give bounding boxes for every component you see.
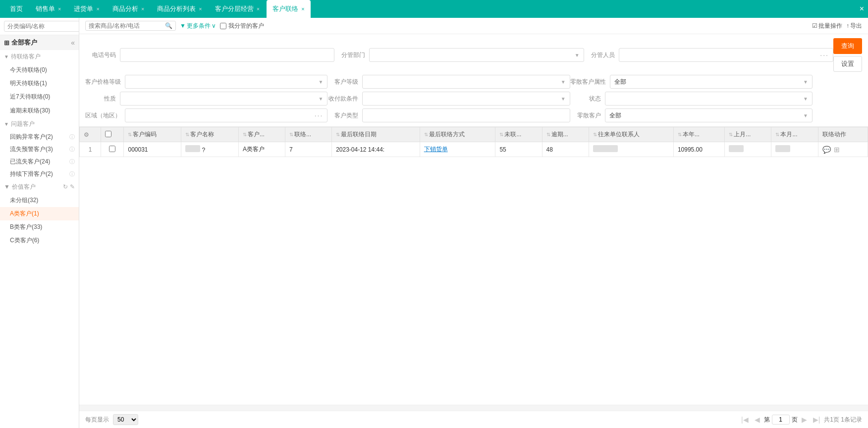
query-button[interactable]: 查询 — [833, 38, 862, 54]
sidebar-all-customers-label[interactable]: ⊞ 全部客户 — [4, 38, 37, 47]
last-page-btn[interactable]: ▶| — [811, 415, 822, 425]
more-filters-btn[interactable]: ▼ 更多条件 ∨ — [180, 22, 216, 30]
nav-tab-sales[interactable]: 销售单 × — [30, 0, 67, 18]
col-code[interactable]: ⇅客户编码 — [124, 127, 181, 142]
prev-page-btn[interactable]: ◀ — [753, 415, 762, 425]
col-name[interactable]: ⇅客户名称 — [181, 127, 239, 142]
col-last-month[interactable]: ⇅上月... — [725, 127, 771, 142]
col-uncontacted[interactable]: ⇅未联... — [495, 127, 542, 142]
sidebar-item-today[interactable]: 今天待联络(0) — [0, 63, 79, 77]
adv-filter-row-2: 客户价格等级 ▼ 客户等级 ▼ 零散客户属性 全部 — [85, 75, 862, 89]
more-action-icon[interactable]: ⊞ — [834, 146, 840, 154]
nav-tab-analysis-list[interactable]: 商品分析列表 × — [151, 0, 208, 18]
filter-payment-select[interactable]: ▼ — [362, 92, 570, 106]
nav-tab-purchase[interactable]: 进货单 × — [68, 0, 105, 18]
filter-price-level-select[interactable]: ▼ — [125, 75, 327, 89]
sidebar-item-7days[interactable]: 近7天待联络(0) — [0, 90, 79, 104]
row-uncontacted: 55 — [495, 142, 542, 157]
sidebar-item-b-class[interactable]: B类客户(33) — [0, 220, 79, 234]
filter-price-level-label: 客户价格等级 — [85, 78, 125, 86]
close-sales-tab[interactable]: × — [58, 6, 61, 12]
col-settings[interactable]: ⚙ — [80, 127, 101, 142]
filter-status-select[interactable]: ▼ — [605, 92, 813, 106]
customer-level-arrow-icon: ▼ — [561, 79, 566, 85]
price-level-arrow-icon: ▼ — [318, 79, 323, 85]
chat-icon[interactable]: 💬 — [822, 146, 831, 154]
row-action: 💬 ⊞ — [818, 142, 868, 157]
filter-scattered-customer-select[interactable]: 全部 ▼ — [605, 108, 813, 122]
sidebar-item-c-class[interactable]: C类客户(6) — [0, 234, 79, 247]
sidebar-item-a-class[interactable]: A类客户(1) — [0, 207, 79, 220]
nav-tab-customer-contact[interactable]: 客户联络 × — [267, 0, 310, 18]
data-table-area: ⚙ ⇅客户编码 ⇅客户名称 ⇅客户... ⇅联络... ⇅最后联络日期 ⇅最后联… — [79, 127, 868, 405]
sidebar-search-input[interactable] — [4, 21, 79, 32]
col-checkbox-header[interactable] — [101, 127, 124, 142]
filter-nature-select[interactable]: ▼ — [120, 92, 327, 106]
first-page-btn[interactable]: |◀ — [739, 415, 751, 425]
filter-search-box: 🔍 — [85, 21, 176, 31]
filter-customer-type: 客户类型 — [327, 108, 570, 122]
nav-tab-analysis[interactable]: 商品分析 × — [107, 0, 150, 18]
region-dots-icon: ··· — [315, 111, 324, 119]
col-this-month[interactable]: ⇅本月... — [771, 127, 818, 142]
row-last-contact-method[interactable]: 下销货单 — [420, 142, 495, 157]
page-size-select[interactable]: 50 100 200 — [113, 414, 138, 425]
col-this-year[interactable]: ⇅本年... — [673, 127, 724, 142]
row-code[interactable]: 000031 — [124, 142, 181, 157]
sidebar-group-problem[interactable]: ▼ 问题客户 — [0, 117, 79, 131]
last-contact-link[interactable]: 下销货单 — [424, 146, 448, 153]
sidebar-item-repurchase-anomaly[interactable]: 回购异常客户(2) ⓘ — [0, 131, 79, 143]
col-last-contact-date[interactable]: ⇅最后联络日期 — [332, 127, 420, 142]
nav-tab-customer-segment[interactable]: 客户分层经营 × — [209, 0, 266, 18]
sidebar-item-churn-warning[interactable]: 流失预警客户(3) ⓘ — [0, 143, 79, 156]
col-last-contact-method[interactable]: ⇅最后联络方式 — [420, 127, 495, 142]
dept-arrow-icon: ▼ — [575, 53, 580, 58]
close-customer-contact-tab[interactable]: × — [301, 6, 304, 12]
filter-phone-label: 电话号码 — [85, 51, 120, 59]
col-contact[interactable]: ⇅联络... — [285, 127, 332, 142]
filter-region-input[interactable]: ··· — [125, 108, 327, 122]
sidebar-item-overdue[interactable]: 逾期未联络(30) — [0, 104, 79, 117]
filter-search-icon[interactable]: 🔍 — [165, 22, 172, 29]
select-all-checkbox[interactable] — [105, 131, 111, 137]
export-btn[interactable]: ↑ 导出 — [846, 22, 862, 30]
filter-dept-select[interactable]: ▼ — [369, 48, 584, 62]
batch-operation-btn[interactable]: ☑ 批量操作 — [812, 22, 842, 30]
horizontal-scrollbar[interactable] — [79, 405, 868, 411]
edit-icon[interactable]: ✎ — [70, 183, 75, 190]
table-settings-icon[interactable]: ⚙ — [84, 131, 89, 138]
setting-button[interactable]: 设置 — [833, 56, 862, 72]
filter-customer-level-select[interactable]: ▼ — [362, 75, 570, 89]
filter-phone-input[interactable] — [120, 48, 334, 62]
col-contact2[interactable]: ⇅往来单位联系人 — [589, 127, 673, 142]
sidebar-item-ungrouped[interactable]: 未分组(32) — [0, 194, 79, 207]
col-type[interactable]: ⇅客户... — [238, 127, 285, 142]
row-checkbox[interactable] — [109, 146, 115, 152]
next-page-btn[interactable]: ▶ — [800, 415, 809, 425]
sidebar-item-churned[interactable]: 已流失客户(24) ⓘ — [0, 156, 79, 168]
col-overdue[interactable]: ⇅逾期... — [542, 127, 589, 142]
global-close-button[interactable]: × — [860, 4, 864, 13]
nav-home[interactable]: 首页 — [4, 0, 29, 18]
filter-scattered-attr-select[interactable]: 全部 ▼ — [610, 75, 813, 89]
page-navigation: |◀ ◀ 第 页 ▶ ▶| 共1页 1条记录 — [739, 415, 862, 425]
page-number-input[interactable] — [772, 415, 790, 425]
close-analysis-tab[interactable]: × — [141, 6, 144, 12]
filter-customer-type-label: 客户类型 — [327, 111, 362, 120]
refresh-icon[interactable]: ↻ — [63, 183, 68, 190]
row-checkbox-cell[interactable] — [101, 142, 124, 157]
sidebar-group-value[interactable]: ▼ 价值客户 ↻ ✎ — [0, 180, 79, 194]
my-customers-checkbox[interactable] — [220, 23, 226, 29]
close-analysis-list-tab[interactable]: × — [199, 6, 202, 12]
filter-customer-type-input[interactable] — [362, 108, 570, 122]
close-purchase-tab[interactable]: × — [96, 6, 99, 12]
sidebar-item-declining[interactable]: 持续下滑客户(2) ⓘ — [0, 168, 79, 180]
close-customer-segment-tab[interactable]: × — [257, 6, 260, 12]
sidebar-item-tomorrow[interactable]: 明天待联络(1) — [0, 77, 79, 90]
filter-manager-input[interactable]: ··· — [619, 48, 833, 62]
filter-search-input[interactable] — [89, 22, 163, 29]
filter-customer-level: 客户等级 ▼ — [327, 75, 570, 89]
sidebar-collapse-btn[interactable]: « — [71, 39, 75, 47]
sidebar-group-pending[interactable]: ▼ 待联络客户 — [0, 50, 79, 63]
my-customers-checkbox-label[interactable]: 我分管的客户 — [220, 22, 264, 30]
